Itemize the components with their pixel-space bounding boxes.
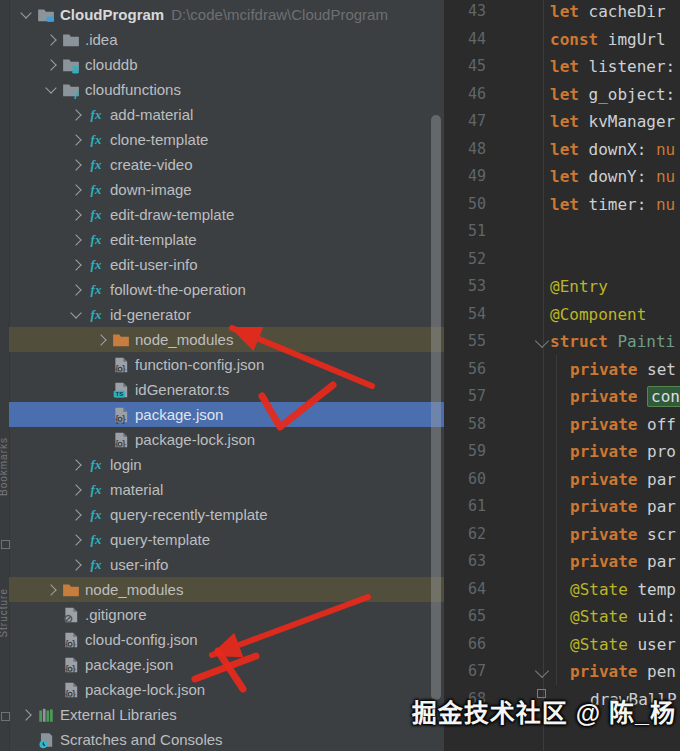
tree-row-package-lock-json[interactable]: package-lock.json [9,427,444,452]
chevron-right-icon[interactable] [65,161,87,169]
chevron-right-icon[interactable] [65,536,87,544]
line-number: 65 [444,603,543,631]
function-icon: fx [87,232,105,248]
tree-row-package-json-selected[interactable]: package.json [9,402,444,427]
tree-row-add-material[interactable]: fx add-material [9,102,444,127]
tree-row-gitignore[interactable]: .gitignore [9,602,444,627]
bookmarks-tool-button[interactable]: Bookmarks [0,437,9,496]
chevron-right-icon[interactable] [40,61,62,69]
tree-row-login[interactable]: fx login [9,452,444,477]
chevron-down-icon[interactable] [15,12,37,17]
tree-row-cloud-config-json[interactable]: cloud-config.json [9,627,444,652]
code-line: 59private pro [444,438,680,466]
chevron-right-icon[interactable] [65,261,87,269]
code-line: 56private set [444,356,680,384]
chevron-right-icon[interactable] [65,486,87,494]
tree-row-edit-draw-template[interactable]: fx edit-draw-template [9,202,444,227]
chevron-right-icon[interactable] [65,111,87,119]
code-line: 55struct Painti [444,328,680,356]
tree-row-package-lock-json-root[interactable]: package-lock.json [9,677,444,702]
chevron-right-icon[interactable] [40,36,62,44]
tree-row-package-json-root[interactable]: package.json [9,652,444,677]
tree-row-query-template[interactable]: fx query-template [9,527,444,552]
chevron-right-icon[interactable] [40,586,62,594]
line-number: 43 [444,0,543,26]
chevron-right-icon[interactable] [65,211,87,219]
json-file-icon [112,431,130,449]
tree-item-label: edit-draw-template [110,206,234,223]
tree-row-clouddb[interactable]: clouddb [9,52,444,77]
tree-row-idea[interactable]: .idea [9,27,444,52]
chevron-right-icon[interactable] [65,511,87,519]
structure-tool-button[interactable]: Structure [0,588,9,638]
function-icon: fx [87,307,105,323]
tree-item-label: package.json [85,656,173,673]
tree-row-user-info[interactable]: fx user-info [9,552,444,577]
line-number: 54 [444,301,543,329]
tree-item-label: node_modules [85,581,183,598]
code-editor[interactable]: 43let cacheDir 44const imgUrl 45let list… [444,0,680,751]
chevron-right-icon[interactable] [65,186,87,194]
tree-row-clone-template[interactable]: fx clone-template [9,127,444,152]
tree-row-node-modules-idgen[interactable]: node_modules [9,327,444,352]
line-number: 58 [444,411,543,439]
tree-item-label: cloudfunctions [85,81,181,98]
tree-row-edit-template[interactable]: fx edit-template [9,227,444,252]
function-icon: fx [87,207,105,223]
tree-row-node-modules-root[interactable]: node_modules [9,577,444,602]
tree-item-label: .gitignore [85,606,147,623]
tree-item-label: node_modules [135,331,233,348]
chevron-right-icon[interactable] [65,561,87,569]
tree-item-label: query-recently-template [110,506,268,523]
code-line: 58private off [444,411,680,439]
project-path: D:\code\mcifdraw\CloudProgram [171,6,388,23]
code-line: 50let timer: nu [444,191,680,219]
line-number: 60 [444,466,543,494]
tree-row-followt-the-operation[interactable]: fx followt-the-operation [9,277,444,302]
chevron-right-icon[interactable] [90,336,112,344]
chevron-down-icon[interactable] [40,87,62,92]
chevron-right-icon[interactable] [65,461,87,469]
tree-row-id-generator[interactable]: fx id-generator [9,302,444,327]
folder-cloud-icon [37,6,55,24]
function-icon: fx [87,132,105,148]
tree-row-query-recently-template[interactable]: fx query-recently-template [9,502,444,527]
function-icon: fx [87,482,105,498]
code-line: 48let downX: nu [444,136,680,164]
tree-row-external-libraries[interactable]: External Libraries [9,702,444,727]
line-number: 45 [444,53,543,81]
function-icon: fx [87,257,105,273]
tree-row-cloudprogram[interactable]: CloudProgram D:\code\mcifdraw\CloudProgr… [9,2,444,27]
tree-row-create-video[interactable]: fx create-video [9,152,444,177]
json-file-icon [62,656,80,674]
chevron-down-icon[interactable] [65,312,87,317]
chevron-right-icon[interactable] [65,286,87,294]
tree-row-material[interactable]: fx material [9,477,444,502]
chevron-right-icon[interactable] [15,711,37,719]
tree-scrollbar[interactable] [431,115,441,700]
ide-window: Bookmarks Structure CloudProgram D:\code… [0,0,680,751]
code-line: 64@State temp [444,576,680,604]
tree-item-label: down-image [110,181,192,198]
tree-row-down-image[interactable]: fx down-image [9,177,444,202]
line-number: 50 [444,191,543,219]
tree-item-label: edit-template [110,231,197,248]
tree-row-edit-user-info[interactable]: fx edit-user-info [9,252,444,277]
line-number: 46 [444,81,543,109]
function-icon: fx [87,282,105,298]
chevron-right-icon[interactable] [65,136,87,144]
chevron-right-icon[interactable] [65,236,87,244]
line-number: 47 [444,108,543,136]
code-line: 61private par [444,493,680,521]
code-line: 57private con [444,383,680,411]
tree-row-idgenerator-ts[interactable]: idGenerator.ts [9,377,444,402]
line-number: 56 [444,356,543,384]
tree-row-scratches[interactable]: Scratches and Consoles [9,727,444,751]
ignore-file-icon [62,606,80,624]
tree-row-function-config-json[interactable]: function-config.json [9,352,444,377]
tree-item-label: id-generator [110,306,191,323]
tree-item-label: clone-template [110,131,208,148]
excluded-folder-icon [112,331,130,349]
tree-item-label: package-lock.json [85,681,205,698]
tree-row-cloudfunctions[interactable]: cloudfunctions [9,77,444,102]
